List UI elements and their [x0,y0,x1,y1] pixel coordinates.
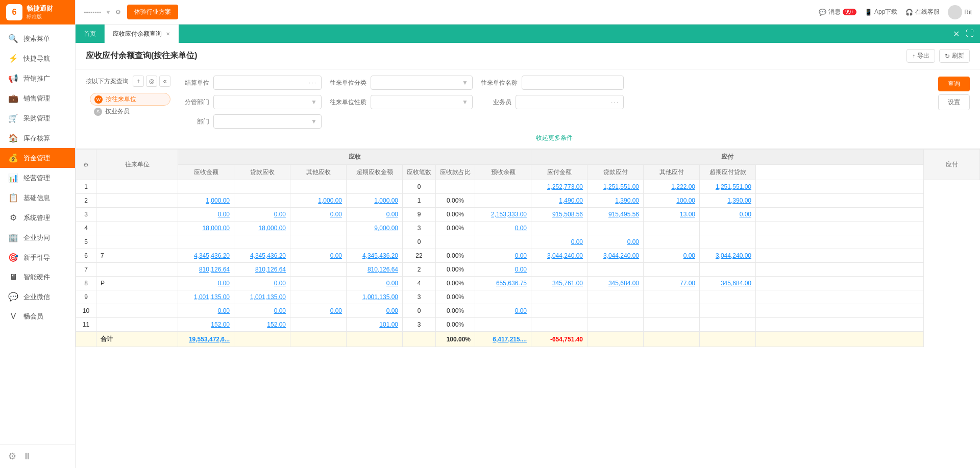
sidebar-item-guide[interactable]: 🎯 新手引导 [0,248,75,267]
dept-input[interactable]: ▼ [213,114,322,129]
cell-link[interactable]: 345,684.00 [700,277,756,290]
close-window-icon[interactable]: ✕ [953,29,960,39]
sidebar-item-vip[interactable]: V 畅会员 [0,307,75,326]
cell-link[interactable]: 0.00 [475,304,531,318]
sidebar-item-purchase[interactable]: 🛒 采购管理 [0,108,75,128]
cell-link[interactable]: 4,345,436.20 [347,249,403,263]
settings-button[interactable]: 设置 [938,94,970,110]
cell-link[interactable]: 100.00 [644,194,700,208]
collapse-schemes-btn[interactable]: « [159,76,170,87]
partner-name-input[interactable] [522,76,624,90]
cell-link[interactable]: 0.00 [347,304,403,318]
sidebar-item-basic-info[interactable]: 📋 基础信息 [0,188,75,208]
partner-category-input[interactable]: ▼ [371,76,473,90]
cell-link[interactable]: 0.00 [700,208,756,221]
cell-link[interactable]: 1,390.00 [587,194,644,208]
cell-link[interactable]: 0.00 [290,304,347,318]
cell-link[interactable]: 0.00 [234,277,290,290]
cell-link[interactable]: 1,251,551.00 [587,180,644,194]
cell-link[interactable]: 0.00 [178,277,234,290]
collapse-footer-icon[interactable]: ⏸ [22,451,32,462]
cell-link[interactable]: 0.00 [531,235,587,249]
cell-link[interactable]: 345,761.00 [531,277,587,290]
sidebar-item-marketing[interactable]: 📢 营销推广 [0,68,75,88]
cell-link[interactable]: 1,222.00 [644,180,700,194]
cell-link[interactable]: 3,044,240.00 [531,249,587,263]
cell-link[interactable]: 13.00 [644,208,700,221]
cell-link[interactable]: 3,044,240.00 [587,249,644,263]
cell-link[interactable]: 1,000.00 [290,194,347,208]
cell-link[interactable]: 915,508.56 [531,208,587,221]
cell-link[interactable]: 345,684.00 [587,277,644,290]
table-settings-icon[interactable]: ⚙ [76,150,96,180]
tab-balance-query[interactable]: 应收应付余额查询 ✕ [105,24,179,43]
app-download-btn[interactable]: 📱 App下载 [865,8,897,16]
settlement-unit-input[interactable]: ··· [213,76,322,90]
cell-link[interactable]: 77.00 [644,277,700,290]
cell-link[interactable]: 101.00 [347,318,403,332]
cell-link[interactable]: 0.00 [290,249,347,263]
cell-link[interactable]: 152.00 [178,318,234,332]
cell-link[interactable]: 1,390.00 [700,194,756,208]
table-container[interactable]: ⚙ 往来单位 应收 应付 应付 应收金额 贷款应收 其他应收 超期应收金额 应收… [76,149,980,468]
sidebar-item-sales[interactable]: 💼 销售管理 [0,88,75,108]
cell-link[interactable]: 3,044,240.00 [700,249,756,263]
cell-link[interactable]: 0.00 [347,208,403,221]
tab-close-icon[interactable]: ✕ [166,31,170,37]
cell-link[interactable]: 0.00 [290,208,347,221]
cell-link[interactable]: 0.00 [475,263,531,277]
footer-prepaid-balance[interactable]: 6,417,215.... [475,332,531,347]
cell-link[interactable]: 4,345,436.20 [178,249,234,263]
cell-link[interactable]: 810,126.64 [347,263,403,277]
cell-link[interactable]: 810,126.64 [234,263,290,277]
cell-link[interactable]: 1,252,773.00 [531,180,587,194]
user-profile[interactable]: Rit [948,5,972,19]
solution-button[interactable]: 体验行业方案 [127,5,178,19]
sidebar-item-quick-nav[interactable]: ⚡ 快捷导航 [0,48,75,68]
refresh-button[interactable]: ↻ 刷新 [939,49,970,63]
add-scheme-btn[interactable]: + [133,76,144,87]
cell-link[interactable]: 152.00 [234,318,290,332]
cell-link[interactable]: 0.00 [475,221,531,235]
scheme-by-partner[interactable]: W 按往来单位 [90,93,170,106]
sidebar-item-enterprise[interactable]: 🏢 企业协同 [0,228,75,248]
cell-link[interactable]: 915,495.56 [587,208,644,221]
cell-link[interactable]: 1,001,135.00 [234,290,290,304]
sidebar-item-system[interactable]: ⚙ 系统管理 [0,208,75,228]
cell-link[interactable]: 1,000.00 [347,194,403,208]
settings-footer-icon[interactable]: ⚙ [8,451,16,462]
footer-receivable-amount[interactable]: 19,553,472,6... [178,332,234,347]
dept-managed-input[interactable]: ▼ [213,95,322,109]
query-button[interactable]: 查询 [938,77,970,91]
settings-gear-icon[interactable]: ⚙ [115,9,121,16]
cell-link[interactable]: 1,001,135.00 [178,290,234,304]
cell-link[interactable]: 2,153,333.00 [475,208,531,221]
cell-link[interactable]: 655,636.75 [475,277,531,290]
cell-link[interactable]: 0.00 [234,304,290,318]
cell-link[interactable]: 0.00 [475,249,531,263]
cell-link[interactable]: 4,345,436.20 [234,249,290,263]
partner-nature-input[interactable]: ▼ [371,95,473,109]
cell-link[interactable]: 1,251,551.00 [700,180,756,194]
export-button[interactable]: ↑ 导出 [906,49,935,63]
sidebar-item-inventory[interactable]: 🏠 库存核算 [0,128,75,148]
sidebar-item-search-menu[interactable]: 🔍 搜索菜单 [0,29,75,48]
cell-link[interactable]: 0.00 [644,249,700,263]
scheme-by-salesman[interactable]: S 按业务员 [90,106,170,117]
messages-btn[interactable]: 💬 消息 99+ [819,8,856,16]
cell-link[interactable]: 18,000.00 [178,221,234,235]
cell-link[interactable]: 18,000.00 [234,221,290,235]
cell-link[interactable]: 0.00 [587,235,644,249]
cell-link[interactable]: 1,490.00 [531,194,587,208]
sidebar-item-wechat[interactable]: 💬 企业微信 [0,287,75,307]
sidebar-item-finance[interactable]: 💰 资金管理 [0,148,75,168]
cell-link[interactable]: 0.00 [178,304,234,318]
cell-link[interactable]: 0.00 [234,208,290,221]
edit-scheme-btn[interactable]: ◎ [146,76,157,87]
cell-link[interactable]: 9,000.00 [347,221,403,235]
sidebar-item-operations[interactable]: 📊 经营管理 [0,168,75,188]
cell-link[interactable]: 0.00 [347,277,403,290]
cell-link[interactable]: 1,001,135.00 [347,290,403,304]
expand-icon[interactable]: ⛶ [966,29,974,38]
tab-home[interactable]: 首页 [76,24,105,43]
